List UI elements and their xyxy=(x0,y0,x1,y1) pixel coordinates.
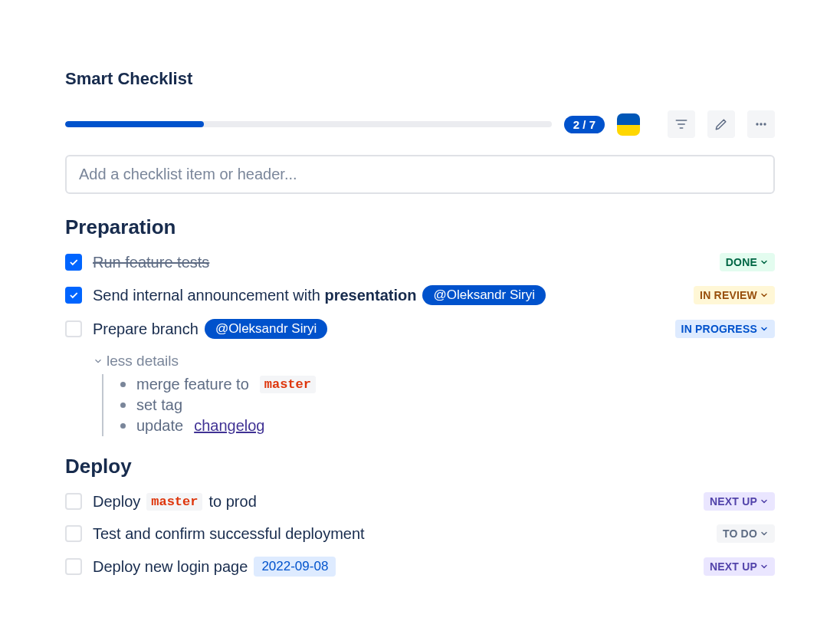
code-pill: master xyxy=(146,493,202,511)
checklist-item: Run feature testsDONE xyxy=(65,253,775,271)
chevron-down-icon xyxy=(93,356,103,366)
item-label: Deploy master to prod xyxy=(93,493,693,511)
detail-item: update changelog xyxy=(120,416,775,436)
pencil-icon xyxy=(714,117,729,132)
checkbox[interactable] xyxy=(65,287,82,304)
detail-item: merge feature to master xyxy=(120,374,775,395)
detail-link[interactable]: changelog xyxy=(194,417,264,435)
widget-title: Smart Checklist xyxy=(65,69,775,89)
details-toggle[interactable]: less details xyxy=(93,353,775,370)
checkbox[interactable] xyxy=(65,493,82,510)
edit-button[interactable] xyxy=(707,110,735,138)
progress-count-badge: 2 / 7 xyxy=(564,116,605,133)
add-item-input-wrap xyxy=(65,155,775,194)
status-badge[interactable]: TO DO xyxy=(717,524,775,543)
item-label: Run feature tests xyxy=(93,254,709,271)
item-label: Send internal announcement with presenta… xyxy=(93,285,683,305)
checkbox[interactable] xyxy=(65,320,82,337)
checkbox[interactable] xyxy=(65,525,82,542)
ukraine-flag-icon xyxy=(617,113,640,136)
svg-point-2 xyxy=(763,123,766,125)
filter-button[interactable] xyxy=(668,110,695,138)
details-block: merge feature to masterset tagupdate cha… xyxy=(102,374,775,436)
checklist-item: Deploy master to prodNEXT UP xyxy=(65,492,775,511)
add-item-input[interactable] xyxy=(79,166,761,183)
status-badge[interactable]: NEXT UP xyxy=(704,492,775,511)
checklist-item: Test and confirm successful deploymentTO… xyxy=(65,524,775,543)
dots-icon xyxy=(753,117,769,132)
mention-pill[interactable]: @Oleksandr Siryi xyxy=(422,285,546,305)
date-pill[interactable]: 2022-09-08 xyxy=(254,557,336,577)
checkbox[interactable] xyxy=(65,558,82,575)
checklist-item: Send internal announcement with presenta… xyxy=(65,285,775,305)
svg-point-1 xyxy=(760,123,762,125)
progress-fill xyxy=(65,121,204,127)
svg-point-0 xyxy=(756,123,758,125)
sections-container: PreparationRun feature testsDONESend int… xyxy=(65,215,775,577)
status-badge[interactable]: NEXT UP xyxy=(704,557,775,576)
more-button[interactable] xyxy=(747,110,775,138)
progress-bar xyxy=(65,121,552,127)
checklist-item: Deploy new login page2022-09-08NEXT UP xyxy=(65,557,775,577)
progress-row: 2 / 7 xyxy=(65,110,775,138)
section-header: Deploy xyxy=(65,455,775,478)
mention-pill[interactable]: @Oleksandr Siryi xyxy=(205,319,328,339)
status-badge[interactable]: IN REVIEW xyxy=(694,286,775,304)
filter-icon xyxy=(674,117,689,132)
section-header: Preparation xyxy=(65,215,775,239)
checkbox[interactable] xyxy=(65,254,82,271)
status-badge[interactable]: IN PROGRESS xyxy=(675,320,775,338)
status-badge[interactable]: DONE xyxy=(720,253,775,271)
item-label: Test and confirm successful deployment xyxy=(93,525,706,543)
item-label: Deploy new login page2022-09-08 xyxy=(93,557,693,577)
item-label: Prepare branch@Oleksandr Siryi xyxy=(93,319,664,339)
checklist-item: Prepare branch@Oleksandr SiryiIN PROGRES… xyxy=(65,319,775,339)
code-pill: master xyxy=(260,376,316,393)
detail-item: set tag xyxy=(120,395,775,416)
